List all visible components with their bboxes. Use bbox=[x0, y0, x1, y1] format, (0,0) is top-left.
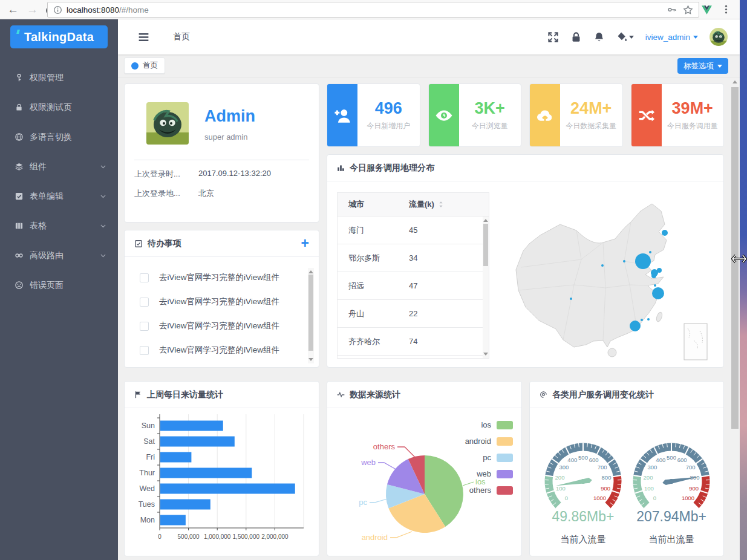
logo-bar: TalkingData bbox=[0, 19, 118, 54]
svg-text:600: 600 bbox=[677, 457, 687, 463]
browser-toolbar: ← → localhost:8080/#/home bbox=[0, 0, 740, 19]
svg-text:200: 200 bbox=[644, 474, 653, 481]
cloud-upload-icon bbox=[530, 84, 560, 146]
svg-text:500: 500 bbox=[578, 454, 588, 461]
svg-text:1,500,000: 1,500,000 bbox=[233, 533, 260, 540]
desktop-background-strip bbox=[740, 0, 747, 560]
hamburger-menu-icon[interactable] bbox=[137, 31, 150, 44]
top-header: 首页 iview_admin bbox=[118, 19, 740, 54]
sort-icon[interactable] bbox=[437, 200, 445, 209]
table-icon bbox=[15, 221, 24, 230]
layers-icon bbox=[15, 162, 24, 171]
legend-item[interactable]: android bbox=[465, 437, 513, 446]
table-row[interactable]: 鄂尔多斯34 bbox=[338, 244, 489, 272]
notification-bell-icon[interactable] bbox=[593, 31, 605, 43]
lock-screen-icon[interactable] bbox=[570, 31, 582, 43]
card-title: 上周每日来访量统计 bbox=[147, 389, 223, 400]
table-scrollbar[interactable] bbox=[483, 217, 489, 358]
add-todo-button[interactable]: + bbox=[301, 236, 309, 250]
stat-card-2: 24M+今日数据采集量 bbox=[529, 83, 623, 147]
svg-text:1,000,000: 1,000,000 bbox=[204, 533, 231, 540]
todo-checkbox[interactable] bbox=[140, 346, 149, 355]
sidebar-item-2[interactable]: 多语言切换 bbox=[0, 122, 118, 152]
svg-text:700: 700 bbox=[686, 464, 696, 470]
pulse-icon bbox=[337, 391, 345, 399]
svg-text:android: android bbox=[362, 533, 388, 542]
stat-cards-row: 496今日新增用户3K+今日浏览量24M+今日数据采集量39M+今日服务调用量 bbox=[327, 83, 724, 147]
svg-text:500: 500 bbox=[667, 454, 676, 461]
svg-text:600: 600 bbox=[589, 457, 599, 463]
browser-address-bar[interactable]: localhost:8080/#/home bbox=[47, 2, 699, 18]
avatar[interactable] bbox=[709, 28, 728, 46]
vue-devtools-icon[interactable] bbox=[700, 3, 713, 18]
browser-menu-dots-icon[interactable] bbox=[721, 4, 731, 17]
browser-back-icon[interactable]: ← bbox=[7, 1, 19, 18]
card-title: 数据来源统计 bbox=[350, 389, 400, 400]
swirl-icon bbox=[540, 391, 547, 399]
table-row[interactable]: 招远47 bbox=[338, 272, 489, 300]
table-row[interactable]: 齐齐哈尔74 bbox=[338, 328, 489, 356]
svg-text:49.86Mb+: 49.86Mb+ bbox=[552, 509, 615, 524]
tag-options-button[interactable]: 标签选项 bbox=[677, 58, 728, 74]
svg-text:Sun: Sun bbox=[142, 422, 155, 430]
tag-home[interactable]: 首页 bbox=[124, 57, 165, 74]
sidebar-item-4[interactable]: 表单编辑 bbox=[0, 181, 118, 211]
svg-text:400: 400 bbox=[656, 457, 665, 463]
svg-text:Mon: Mon bbox=[140, 516, 155, 524]
legend-item[interactable]: pc bbox=[465, 453, 513, 462]
svg-text:400: 400 bbox=[567, 457, 577, 463]
svg-text:300: 300 bbox=[647, 464, 657, 470]
table-row[interactable]: 海门45 bbox=[338, 217, 489, 244]
sidebar-item-1[interactable]: 权限测试页 bbox=[0, 93, 118, 122]
geo-table-body: 海门45鄂尔多斯34招远47舟山22齐齐哈尔74 bbox=[338, 217, 489, 358]
tag-active-dot bbox=[131, 62, 139, 70]
globe-icon bbox=[15, 132, 24, 142]
sidebar-item-3[interactable]: 组件 bbox=[0, 152, 118, 181]
card-title: 各类用户服务调用变化统计 bbox=[552, 389, 654, 400]
bookmark-star-icon[interactable] bbox=[683, 5, 693, 15]
username: iview_admin bbox=[645, 33, 690, 42]
table-row[interactable]: 舟山22 bbox=[338, 300, 489, 328]
legend-item[interactable]: web bbox=[465, 469, 513, 478]
stat-value: 39M+ bbox=[672, 99, 713, 118]
browser-forward-icon[interactable]: → bbox=[27, 1, 38, 18]
bar-chart-icon bbox=[337, 164, 345, 172]
content-scrollbar[interactable] bbox=[730, 77, 740, 560]
todo-checkbox[interactable] bbox=[140, 298, 149, 307]
chevron-down-icon bbox=[99, 163, 107, 171]
svg-text:500,000: 500,000 bbox=[178, 533, 200, 540]
password-key-icon[interactable] bbox=[667, 5, 677, 15]
todo-checkbox[interactable] bbox=[140, 273, 149, 282]
sidebar-item-5[interactable]: 表格 bbox=[0, 211, 118, 241]
fullscreen-icon[interactable] bbox=[547, 31, 559, 43]
sidebar-item-7[interactable]: 错误页面 bbox=[0, 270, 118, 300]
legend-item[interactable]: ios bbox=[465, 420, 513, 429]
geo-table: 城市 流量(k) 海门45鄂尔多斯34招远47舟山22齐齐哈尔74 bbox=[337, 192, 489, 359]
stat-card-3: 39M+今日服务调用量 bbox=[631, 83, 725, 147]
breadcrumb[interactable]: 首页 bbox=[173, 31, 190, 42]
svg-text:Tues: Tues bbox=[139, 500, 155, 509]
lock-icon bbox=[15, 103, 24, 112]
todo-checkbox[interactable] bbox=[140, 322, 149, 331]
todo-scrollbar[interactable] bbox=[308, 268, 314, 363]
svg-text:Fri: Fri bbox=[146, 453, 155, 461]
talkingdata-logo[interactable]: TalkingData bbox=[10, 25, 108, 48]
theme-switch-icon[interactable] bbox=[616, 31, 634, 42]
key-icon bbox=[15, 73, 24, 82]
info-icon[interactable] bbox=[53, 5, 62, 15]
user-dropdown[interactable]: iview_admin bbox=[645, 33, 698, 42]
svg-text:Sat: Sat bbox=[143, 437, 155, 446]
user-name: Admin bbox=[204, 107, 255, 126]
legend-item[interactable]: others bbox=[465, 486, 513, 495]
todo-item: 去iView官网学习完整的iView组件 bbox=[125, 265, 319, 290]
todo-item: 去iView官网学习完整的iView组件 bbox=[125, 314, 319, 338]
user-meta-rows: 上次登录时...2017.09.12-13:32:20上次登录地...北京 bbox=[125, 160, 319, 199]
visits-bar-chart: 0500,0001,000,0001,500,0002,000,000SunSa… bbox=[125, 408, 319, 556]
svg-text:207.94Mb+: 207.94Mb+ bbox=[636, 509, 706, 524]
sidebar-item-0[interactable]: 权限管理 bbox=[0, 63, 118, 93]
tag-nav-bar: 首页 标签选项 bbox=[118, 54, 740, 77]
svg-text:0: 0 bbox=[565, 495, 568, 501]
card-title: 今日服务调用地理分布 bbox=[350, 163, 434, 174]
sidebar-item-6[interactable]: 高级路由 bbox=[0, 241, 118, 270]
sidebar: TalkingData 权限管理权限测试页多语言切换组件表单编辑表格高级路由错误… bbox=[0, 19, 118, 560]
